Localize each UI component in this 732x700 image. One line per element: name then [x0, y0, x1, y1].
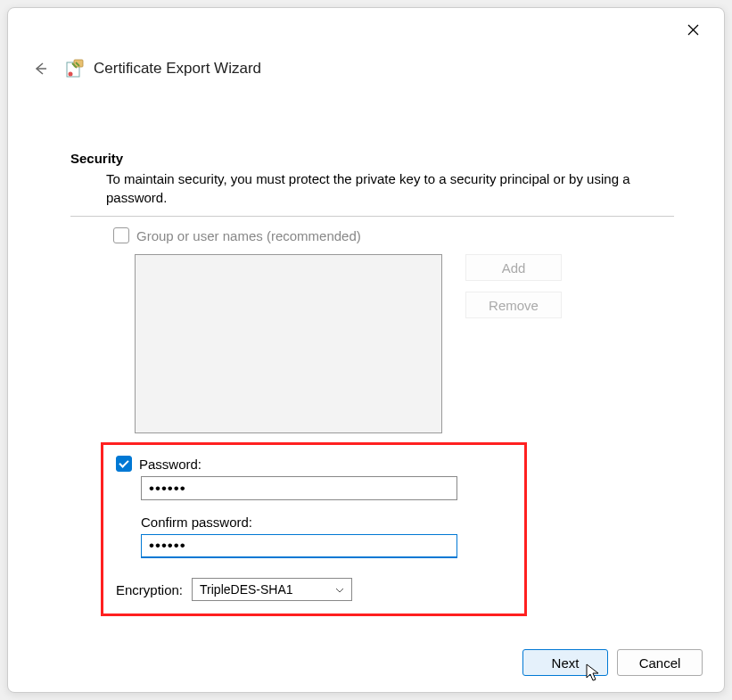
- password-input[interactable]: [141, 476, 457, 500]
- next-button[interactable]: Next: [522, 649, 608, 676]
- password-checkbox[interactable]: [116, 456, 132, 472]
- cancel-button[interactable]: Cancel: [617, 649, 703, 676]
- wizard-title: Certificate Export Wizard: [94, 60, 261, 78]
- wizard-header: Certificate Export Wizard: [8, 8, 724, 78]
- highlight-box: Password: Confirm password: Encryption: …: [101, 442, 527, 616]
- footer-buttons: Next Cancel: [522, 649, 703, 676]
- group-buttons: Add Remove: [465, 254, 562, 433]
- divider: [70, 216, 674, 217]
- content-area: Security To maintain security, you must …: [8, 78, 724, 616]
- back-arrow-icon[interactable]: [31, 60, 49, 78]
- section-description: To maintain security, you must protect t…: [106, 169, 674, 207]
- group-label: Group or user names (recommended): [136, 228, 361, 243]
- chevron-down-icon: [335, 584, 344, 595]
- password-label: Password:: [139, 457, 202, 472]
- close-icon[interactable]: [679, 19, 708, 44]
- confirm-password-label: Confirm password:: [141, 515, 514, 530]
- encryption-label: Encryption:: [116, 582, 183, 597]
- add-button: Add: [465, 254, 562, 281]
- confirm-password-input[interactable]: [141, 534, 457, 558]
- encryption-select[interactable]: TripleDES-SHA1: [192, 578, 352, 601]
- section-title: Security: [70, 151, 674, 166]
- password-option-row: Password:: [116, 456, 514, 472]
- group-option-row: Group or user names (recommended): [113, 227, 674, 243]
- svg-point-5: [69, 72, 73, 77]
- principals-listbox: [135, 254, 442, 433]
- group-checkbox[interactable]: [113, 227, 129, 243]
- remove-button: Remove: [465, 292, 562, 318]
- certificate-wizard-icon: [65, 59, 85, 78]
- group-area: Add Remove: [135, 254, 674, 433]
- wizard-window: Certificate Export Wizard Security To ma…: [7, 7, 725, 693]
- encryption-value: TripleDES-SHA1: [200, 582, 293, 597]
- encryption-row: Encryption: TripleDES-SHA1: [116, 578, 514, 601]
